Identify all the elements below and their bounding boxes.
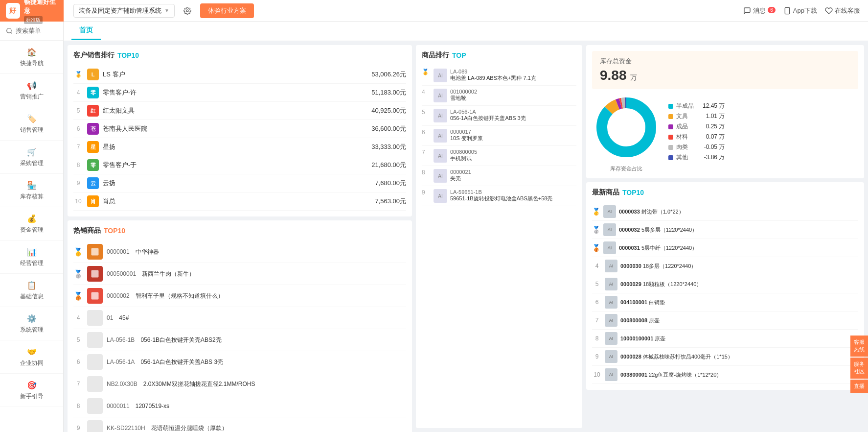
- product-desc-6: 夹壳: [450, 175, 576, 182]
- newest-item-7: 7 AI 000800008 原壶: [592, 312, 858, 330]
- svg-point-14: [608, 109, 645, 146]
- product-thumb-4: [87, 310, 103, 326]
- guide-icon: 🎯: [26, 380, 37, 390]
- rank-name: 苍南县人民医院: [103, 124, 367, 133]
- float-btn-live[interactable]: 直播: [850, 380, 868, 393]
- stock-card: 库存总资金 9.88 万: [586, 45, 864, 178]
- ranking-row-7: 9 云 云扬 7,680.00元: [73, 174, 406, 192]
- product-code-3: 0000002: [107, 292, 130, 299]
- sidebar-item-enterprise[interactable]: 🤝 企业协同: [0, 340, 63, 374]
- rank-name: LS 客户: [103, 70, 367, 79]
- product-name-4: 45#: [119, 314, 129, 321]
- svg-point-0: [186, 10, 188, 12]
- online-service-label: 在线客服: [835, 6, 860, 15]
- donut-chart: [592, 93, 661, 162]
- top-product-item-5: 7 AI 000800005 手机测试: [422, 146, 576, 166]
- sidebar-label-quicknav: 快捷导航: [20, 59, 44, 68]
- sidebar-item-system[interactable]: ⚙️ 系统管理: [0, 307, 63, 340]
- rank-num-8: 8: [73, 403, 83, 409]
- product-code-8: 0000011: [107, 403, 130, 409]
- sidebar-item-guide[interactable]: 🎯 新手引导: [0, 374, 63, 407]
- search-menu-button[interactable]: 搜索菜单: [0, 22, 63, 41]
- rank-num: 6: [73, 125, 83, 132]
- system-selector[interactable]: 装备及固定资产辅助管理系统 ▼: [73, 4, 175, 18]
- logo-badge: 标准版: [24, 16, 43, 24]
- newest-rank-10: 10: [592, 371, 602, 378]
- legend-item-5: 肉类 -0.05 万: [668, 143, 725, 151]
- newest-item-2: 🥈 AI 0000032 5层多层（1220*2440）: [592, 221, 858, 239]
- sidebar-item-sales[interactable]: 🏷️ 销售管理: [0, 107, 63, 141]
- sidebar-item-management[interactable]: 📊 经营管理: [0, 240, 63, 274]
- sidebar-item-finance[interactable]: 💰 资金管理: [0, 207, 63, 240]
- customer-ranking-label: 客户销售排行: [73, 51, 114, 60]
- product-thumb-7: [87, 376, 103, 392]
- rank-num: 5: [73, 107, 83, 114]
- legend-dot-5: [668, 145, 673, 150]
- rank-badge: L: [87, 69, 99, 80]
- legend-dot-4: [668, 135, 673, 140]
- newest-info-8: 10000100001 原壶: [620, 335, 858, 342]
- top-rank-6: 8: [422, 169, 431, 176]
- rank-badge: 红: [87, 105, 99, 117]
- rank-value: 33,333.00元: [371, 143, 406, 151]
- donut-chart-wrapper: 库存资金占比: [592, 93, 661, 172]
- rank-num: 7: [73, 144, 83, 150]
- hot-products-top-label: TOP10: [104, 227, 125, 235]
- inventory-icon: 🏪: [26, 180, 37, 191]
- product-thumb-1: [87, 244, 103, 260]
- sidebar-label-guide: 新手引导: [20, 392, 44, 401]
- system-icon: ⚙️: [26, 313, 37, 324]
- product-code-sm-1: LA-089: [450, 69, 576, 74]
- rank-num-5: 5: [73, 336, 83, 343]
- product-code-1: 0000001: [107, 248, 130, 255]
- product-info-4: 0000017 10S 变利罗浆: [450, 129, 576, 142]
- sidebar-label-management: 经营管理: [20, 259, 44, 267]
- float-btn-community[interactable]: 服务社区: [850, 358, 868, 379]
- ranking-row-8: 10 肖 肖总 7,563.00元: [73, 192, 406, 211]
- tab-home[interactable]: 首页: [71, 22, 101, 40]
- product-name-5: 056-1B白色按键开关壳ABS2壳: [140, 336, 221, 344]
- customer-ranking-list: 🥇 L LS 客户 53,006.26元 4 零 零售客户-许 51,183.0…: [73, 66, 406, 211]
- newest-thumb-3: AI: [603, 241, 616, 254]
- rank-name: 星扬: [103, 143, 367, 151]
- sidebar: 搜索菜单 🏠 快捷导航 📢 营销推广 🏷️ 销售管理 🛒 采购管理 🏪 库存核算…: [0, 22, 64, 432]
- rank-num-9: 9: [73, 425, 83, 432]
- newest-rank-2: 🥈: [592, 226, 600, 234]
- sidebar-item-marketing[interactable]: 📢 营销推广: [0, 74, 63, 107]
- online-service-button[interactable]: 在线客服: [825, 6, 860, 15]
- sidebar-item-quicknav[interactable]: 🏠 快捷导航: [0, 41, 63, 74]
- ranking-row-4: 6 苍 苍南县人民医院 36,600.00元: [73, 120, 406, 138]
- product-name-9: 花语萌恒温分腿睡袋（厚款）: [151, 424, 228, 432]
- gear-button[interactable]: [181, 4, 194, 18]
- hot-products-card: 热销商品 TOP10 🥇 0000001 中华神器: [68, 220, 412, 432]
- newest-thumb-4: AI: [605, 260, 617, 272]
- top-products-middle-card: 商品排行 TOP 🥇 AI LA-089 电池盖 LA-089 ABS本色+黑种…: [416, 45, 582, 428]
- purchase-icon: 🛒: [26, 146, 37, 157]
- sidebar-item-purchase[interactable]: 🛒 采购管理: [0, 141, 63, 174]
- hot-product-row-4: 4 01 45#: [73, 307, 406, 329]
- rank-value: 36,600.00元: [371, 124, 406, 133]
- medal-icon-1: 🥇: [73, 247, 83, 257]
- rank-num-4: 4: [73, 314, 83, 321]
- sidebar-item-basic-info[interactable]: 📋 基础信息: [0, 274, 63, 307]
- trial-button[interactable]: 体验行业方案: [200, 3, 254, 18]
- rank-value: 7,563.00元: [375, 197, 406, 206]
- newest-info-3: 0000031 5层中纤（1220*2440）: [619, 244, 858, 252]
- product-name-2: 新西兰牛肉（新牛）: [142, 270, 195, 278]
- ranking-row-3: 5 红 红太阳文具 40,925.00元: [73, 102, 406, 120]
- top-products-middle-list: 🥇 AI LA-089 电池盖 LA-089 ABS本色+黑种 7.1克 4 A…: [422, 66, 576, 206]
- newest-thumb-2: AI: [603, 223, 616, 236]
- medal-icon-2: 🥈: [73, 269, 83, 279]
- top-products-middle-label: 商品排行: [422, 51, 449, 60]
- product-info-2: 001000002 雪地靴: [450, 89, 576, 102]
- newest-rank-6: 6: [592, 299, 602, 306]
- left-panel: 客户销售排行 TOP10 🥇 L LS 客户 53,006.26元 4 零: [64, 41, 416, 432]
- product-code-2: 000500001: [107, 270, 136, 277]
- sidebar-item-inventory[interactable]: 🏪 库存核算: [0, 174, 63, 207]
- message-button[interactable]: 消息 6: [743, 6, 776, 15]
- float-btn-service[interactable]: 客服热线: [850, 336, 868, 357]
- rank-name: 云扬: [103, 179, 371, 188]
- legend-name-4: 材料: [676, 133, 696, 141]
- app-download-button[interactable]: App下载: [783, 6, 817, 15]
- newest-products-top: TOP10: [622, 189, 644, 196]
